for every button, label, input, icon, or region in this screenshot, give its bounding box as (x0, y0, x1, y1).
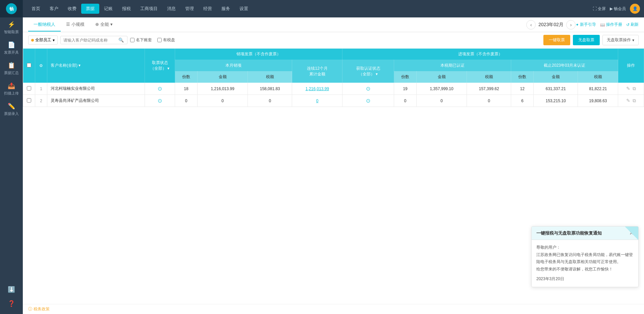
row-cert-tax: 157,399.62 (467, 83, 511, 95)
table-row: 2 灵寿县尚泽矿产品有限公司 ⊙ 0 0 0 0 ⊙ 0 0 0 6 153,2… (23, 95, 644, 107)
th-uncert-amount: 金额 (534, 71, 578, 83)
notification-popup: 一键报税与无盘取票功能恢复通知 ✕ 尊敬的用户： 江苏政务网已恢复访问电子税务局… (531, 226, 639, 287)
nav-accounting[interactable]: 记账 (99, 4, 117, 14)
row-checkbox[interactable] (27, 98, 31, 103)
sidebar-item-data-entry[interactable]: ✏️ 票据录入 (0, 99, 23, 120)
row-cert-status: ⊙ (342, 83, 394, 95)
row-uncert-amount: 153,215.10 (534, 95, 578, 107)
fullscreen-icon: ⛶ (593, 6, 597, 11)
select-all-checkbox[interactable] (27, 63, 31, 67)
tab-all[interactable]: ⊕ 全能 ▾ (90, 18, 118, 32)
notif-line2: 江苏政务网已恢复访问电子税务局功能，易代账一键登陆电子税务局与无盘取票相关功能可… (536, 251, 634, 266)
employee-dot (31, 39, 34, 42)
row-actions: ✎ ⧉ (618, 95, 644, 107)
nav-service[interactable]: 服务 (217, 4, 235, 14)
row-uncert-amount: 631,337.21 (534, 83, 578, 95)
tax-policy-link[interactable]: 税务政策 (34, 306, 50, 312)
nav-operation[interactable]: 经营 (199, 4, 217, 14)
nav-message[interactable]: 消息 (162, 4, 180, 14)
notif-body: 尊敬的用户： 江苏政务网已恢复访问电子税务局功能，易代账一键登陆电子税务局与无盘… (532, 240, 638, 287)
employee-dropdown-icon: ▾ (53, 38, 55, 43)
nav-business[interactable]: 工商项目 (136, 4, 162, 14)
row-cert-status: ⊙ (342, 95, 394, 107)
ops-dropdown-icon: ▾ (632, 38, 634, 43)
date-navigation: ‹ 2023年02月 › (526, 20, 576, 29)
checkbox-has-tax-disk[interactable]: 有税盘 (157, 37, 175, 43)
row-client-name: 河北柯瑞楠实业有限公司 (47, 83, 145, 95)
fetch-status-filter-icon[interactable]: ▾ (167, 66, 169, 71)
sidebar-item-help[interactable]: ❓ (0, 297, 23, 311)
row-fetch-status: ⊙ (145, 83, 175, 95)
row-cert-amount: 0 (417, 95, 467, 107)
th-cert-shares: 份数 (394, 71, 417, 83)
client-name-filter-icon[interactable]: ▾ (78, 63, 80, 68)
issue-invoice-icon: 📄 (8, 41, 15, 49)
sidebar-item-scan-upload[interactable]: 📤 扫描上传 (0, 79, 23, 99)
top-navigation: 首页 客户 收费 票据 记账 报税 工商项目 消息 管理 经营 服务 设置 ⛶ … (23, 0, 644, 17)
notif-corner-decoration (625, 227, 638, 240)
guide-icon: ✦ (576, 22, 579, 27)
sidebar-item-invoice-summary-label: 票据汇总 (4, 70, 19, 75)
no-disk-ops-btn[interactable]: 无盘取票操作 ▾ (602, 35, 639, 45)
nav-client[interactable]: 客户 (45, 4, 63, 14)
checkbox-under-account[interactable]: 名下账套 (130, 37, 152, 43)
one-click-fetch-btn[interactable]: 一键取票 (543, 35, 570, 45)
row-edit-btn[interactable]: ✎ (626, 98, 630, 103)
user-avatar[interactable]: 👤 (630, 4, 640, 14)
notif-title: 一键报税与无盘取票功能恢复通知 (536, 230, 602, 236)
th-purchase-certified: 本税期已认证 (394, 60, 511, 71)
search-input[interactable] (63, 38, 117, 43)
sidebar-item-issue-invoice[interactable]: 📄 发票开具 (0, 38, 23, 58)
prev-month-btn[interactable]: ‹ (526, 20, 536, 29)
row-checkbox-cell (23, 95, 35, 107)
th-cert-tax: 税额 (467, 71, 511, 83)
row-sales-amount: 0 (197, 95, 248, 107)
cert-status-filter-icon[interactable]: ▾ (376, 72, 378, 76)
nav-tax[interactable]: 报税 (117, 4, 136, 14)
fetch-status-check-icon: ⊙ (158, 86, 162, 91)
no-disk-fetch-btn[interactable]: 无盘取票 (573, 35, 600, 45)
nav-billing[interactable]: 收费 (63, 4, 81, 14)
download-icon: ⬇️ (8, 286, 15, 293)
nav-invoice[interactable]: 票据 (81, 4, 99, 14)
refresh-btn[interactable]: ↺ 刷新 (626, 22, 639, 27)
row-sales-shares: 18 (175, 83, 198, 95)
checkbox-has-tax-disk-input[interactable] (157, 38, 162, 42)
row-sales-amount: 1,216,013.99 (197, 83, 248, 95)
fullscreen-btn[interactable]: ⛶ 全屏 (593, 6, 606, 12)
manual-btn[interactable]: 📖 操作手册 (600, 22, 622, 27)
new-guide-btn[interactable]: ✦ 新手引导 (576, 22, 596, 27)
row-sales-cumulative[interactable]: 0 (292, 95, 342, 107)
row-edit-btn[interactable]: ✎ (626, 86, 630, 91)
nav-settings[interactable]: 设置 (235, 4, 253, 14)
sidebar-item-download[interactable]: ⬇️ (0, 282, 23, 297)
checkbox-under-account-input[interactable] (130, 38, 135, 42)
tab-general-taxpayer[interactable]: 一般纳税人 (28, 18, 61, 32)
row-checkbox[interactable] (27, 86, 31, 90)
small-scale-icon: ☰ (66, 22, 70, 27)
row-uncert-tax: 81,822.21 (578, 83, 618, 95)
sidebar-item-invoice-summary[interactable]: 📋 票据汇总 (0, 58, 23, 79)
page-footer: ⓘ 税务政策 (23, 304, 644, 314)
search-icon[interactable]: 🔍 (118, 38, 124, 43)
tab-small-scale[interactable]: ☰ 小规模 (61, 18, 90, 32)
th-fetch-status: 取票状态（全部） ▾ (145, 49, 175, 83)
member-btn[interactable]: ▶ 畅会员 (610, 6, 626, 12)
cert-status-check-icon: ⊙ (366, 86, 370, 91)
row-copy-btn[interactable]: ⧉ (633, 98, 636, 103)
sidebar-item-smart-fetch-label: 智能取票 (4, 29, 19, 35)
nav-management[interactable]: 管理 (180, 4, 199, 14)
row-cert-amount: 1,357,999.10 (417, 83, 467, 95)
row-sales-cumulative[interactable]: 1,216,013.99 (292, 83, 342, 95)
th-sales-cumulative: 连续12个月累计金额 (292, 60, 342, 83)
sidebar-item-smart-fetch[interactable]: ⚡ 智能取票 (0, 17, 23, 38)
row-cert-tax: 0 (467, 95, 511, 107)
next-month-btn[interactable]: › (566, 20, 576, 29)
employee-selector[interactable]: 全部员工 ▾ (28, 36, 58, 45)
notif-header: 一键报税与无盘取票功能恢复通知 ✕ (532, 227, 638, 240)
row-copy-btn[interactable]: ⧉ (633, 86, 636, 91)
svg-text:畅: 畅 (9, 7, 14, 11)
manual-icon: 📖 (600, 22, 605, 27)
nav-home[interactable]: 首页 (27, 4, 45, 14)
th-purchase-invoice-header: 进项发票（不含作废票） (342, 49, 618, 60)
